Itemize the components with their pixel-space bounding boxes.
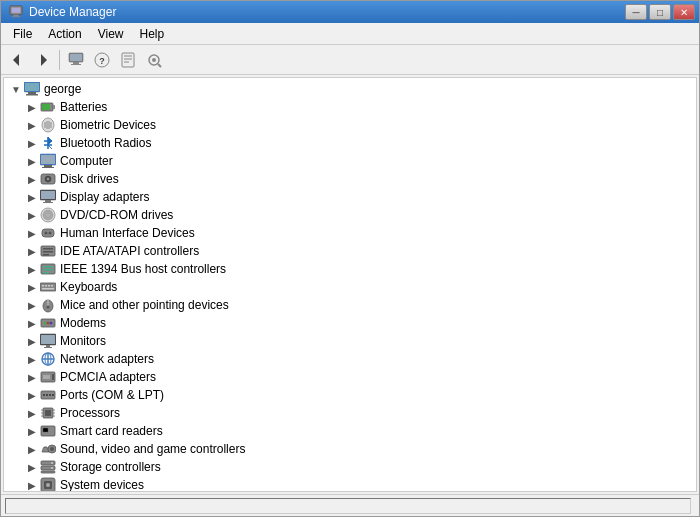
forward-button[interactable]: [31, 48, 55, 72]
menu-file[interactable]: File: [5, 25, 40, 43]
tree-root: ▼ george ▶Batteries▶Biometric Devices▶Bl…: [4, 78, 696, 492]
item-icon: [40, 441, 56, 457]
item-icon: [40, 387, 56, 403]
item-expander[interactable]: ▶: [24, 207, 40, 223]
properties-icon: [120, 52, 136, 68]
svg-rect-98: [43, 428, 48, 432]
computer-icon: [68, 52, 84, 68]
item-icon: [40, 135, 56, 151]
item-label: Batteries: [60, 100, 107, 114]
computer-icon: [24, 81, 40, 97]
svg-rect-49: [42, 229, 54, 237]
item-label: Smart card readers: [60, 424, 163, 438]
scan-icon: [146, 52, 162, 68]
svg-rect-64: [51, 285, 53, 287]
item-expander[interactable]: ▶: [24, 423, 40, 439]
tree-item[interactable]: ▶Smart card readers: [4, 422, 696, 440]
device-tree[interactable]: ▼ george ▶Batteries▶Biometric Devices▶Bl…: [3, 77, 697, 492]
root-expander[interactable]: ▼: [8, 81, 24, 97]
svg-rect-44: [43, 202, 53, 203]
item-expander[interactable]: ▶: [24, 243, 40, 259]
tree-item[interactable]: ▶PCMCIA adapters: [4, 368, 696, 386]
back-icon: [9, 52, 25, 68]
item-expander[interactable]: ▶: [24, 351, 40, 367]
tree-item[interactable]: ▶Display adapters: [4, 188, 696, 206]
item-expander[interactable]: ▶: [24, 117, 40, 133]
item-expander[interactable]: ▶: [24, 261, 40, 277]
back-button[interactable]: [5, 48, 29, 72]
svg-marker-4: [13, 54, 19, 66]
tree-items-container: ▶Batteries▶Biometric Devices▶Bluetooth R…: [4, 98, 696, 492]
item-expander[interactable]: ▶: [24, 225, 40, 241]
item-label: Ports (COM & LPT): [60, 388, 164, 402]
title-bar-left: Device Manager: [9, 5, 116, 19]
help-button[interactable]: ?: [90, 48, 114, 72]
tree-item[interactable]: ▶Ports (COM & LPT): [4, 386, 696, 404]
maximize-button[interactable]: □: [649, 4, 671, 20]
scan-button[interactable]: [142, 48, 166, 72]
item-expander[interactable]: ▶: [24, 153, 40, 169]
item-expander[interactable]: ▶: [24, 369, 40, 385]
tree-root-item[interactable]: ▼ george: [4, 80, 696, 98]
tree-item[interactable]: ▶Human Interface Devices: [4, 224, 696, 242]
tree-item[interactable]: ▶Computer: [4, 152, 696, 170]
tree-item[interactable]: ▶Batteries: [4, 98, 696, 116]
item-expander[interactable]: ▶: [24, 315, 40, 331]
computer-button[interactable]: [64, 48, 88, 72]
tree-item[interactable]: ▶Processors: [4, 404, 696, 422]
device-manager-window: Device Manager ─ □ ✕ File Action View He…: [0, 0, 700, 517]
menu-view[interactable]: View: [90, 25, 132, 43]
tree-item[interactable]: ▶Modems: [4, 314, 696, 332]
menu-bar: File Action View Help: [1, 23, 699, 45]
svg-point-48: [47, 214, 49, 216]
tree-item[interactable]: ▶Sound, video and game controllers: [4, 440, 696, 458]
title-buttons: ─ □ ✕: [625, 4, 695, 20]
item-icon: [40, 279, 56, 295]
item-expander[interactable]: ▶: [24, 171, 40, 187]
item-icon: [40, 207, 56, 223]
tree-item[interactable]: ▶Biometric Devices: [4, 116, 696, 134]
tree-item[interactable]: ▶Storage controllers: [4, 458, 696, 476]
tree-item[interactable]: ▶DVD/CD-ROM drives: [4, 206, 696, 224]
item-label: Human Interface Devices: [60, 226, 195, 240]
item-expander[interactable]: ▶: [24, 99, 40, 115]
tree-item[interactable]: ▶Monitors: [4, 332, 696, 350]
properties-button[interactable]: [116, 48, 140, 72]
close-button[interactable]: ✕: [673, 4, 695, 20]
item-expander[interactable]: ▶: [24, 135, 40, 151]
tree-item[interactable]: ▶System devices: [4, 476, 696, 492]
item-icon: [40, 369, 56, 385]
tree-item[interactable]: ▶IEEE 1394 Bus host controllers: [4, 260, 696, 278]
tree-item[interactable]: ▶IDE ATA/ATAPI controllers: [4, 242, 696, 260]
item-expander[interactable]: ▶: [24, 459, 40, 475]
item-expander[interactable]: ▶: [24, 387, 40, 403]
tree-item[interactable]: ▶Bluetooth Radios: [4, 134, 696, 152]
item-expander[interactable]: ▶: [24, 333, 40, 349]
item-label: IEEE 1394 Bus host controllers: [60, 262, 226, 276]
svg-rect-3: [12, 16, 21, 17]
svg-rect-104: [41, 471, 55, 473]
item-expander[interactable]: ▶: [24, 405, 40, 421]
item-expander[interactable]: ▶: [24, 279, 40, 295]
tree-item[interactable]: ▶Mice and other pointing devices: [4, 296, 696, 314]
svg-point-88: [52, 394, 54, 396]
item-icon: [40, 243, 56, 259]
minimize-button[interactable]: ─: [625, 4, 647, 20]
menu-action[interactable]: Action: [40, 25, 89, 43]
svg-rect-90: [45, 410, 51, 416]
tree-item[interactable]: ▶Network adapters: [4, 350, 696, 368]
item-expander[interactable]: ▶: [24, 477, 40, 492]
item-expander[interactable]: ▶: [24, 189, 40, 205]
svg-rect-63: [48, 285, 50, 287]
menu-help[interactable]: Help: [132, 25, 173, 43]
svg-rect-83: [43, 375, 50, 379]
item-icon: [40, 297, 56, 313]
item-icon: [40, 99, 56, 115]
svg-rect-43: [45, 200, 51, 202]
item-expander[interactable]: ▶: [24, 441, 40, 457]
item-label: Processors: [60, 406, 120, 420]
item-expander[interactable]: ▶: [24, 297, 40, 313]
tree-item[interactable]: ▶Disk drives: [4, 170, 696, 188]
tree-item[interactable]: ▶Keyboards: [4, 278, 696, 296]
svg-rect-60: [40, 283, 56, 291]
